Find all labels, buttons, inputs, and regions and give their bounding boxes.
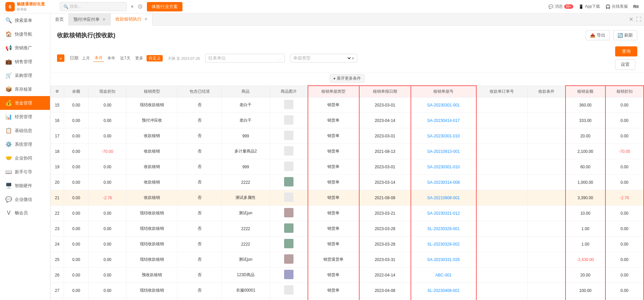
from-unit-dots[interactable]: ... xyxy=(276,56,282,61)
sidebar-item-basic[interactable]: 📋 基础信息 xyxy=(0,124,50,137)
filter-toggle-btn[interactable]: » xyxy=(57,54,64,62)
app-download-item[interactable]: 📱 App下载 xyxy=(579,4,600,9)
table-row: 18 0.00 -70.00 收款核销 否 多计量商品2 销货单 2021-08… xyxy=(51,144,644,159)
cancel-bill-link[interactable]: SA-20230321-012 xyxy=(427,211,460,216)
cancel-bill-link[interactable]: SA-20230331-026 xyxy=(427,257,460,262)
th-cancel-bill-type: 核销单据类型 xyxy=(308,86,360,97)
cancel-bill-link[interactable]: SL-20230408-001 xyxy=(427,288,460,293)
sidebar-item-search[interactable]: 🔍 搜索菜单 xyxy=(0,13,50,27)
tab-home[interactable]: 首页 xyxy=(50,13,69,26)
tab-prepay-close[interactable]: ✕ xyxy=(102,17,106,22)
sidebar-item-member[interactable]: V 畅会员 xyxy=(0,206,50,220)
td-cancel-bill-no[interactable]: SL-20230408-001 xyxy=(411,283,476,298)
td-receipt-cond xyxy=(527,221,566,237)
logo-title: 畅捷通谱好生意 xyxy=(17,1,45,7)
setting-btn[interactable]: 设置 xyxy=(615,59,635,70)
cancel-bill-link[interactable]: SL-20230328-002 xyxy=(427,242,460,247)
td-goods-img xyxy=(270,267,308,283)
date-opt-7days[interactable]: 近7天 xyxy=(119,55,132,62)
sidebar-item-collab[interactable]: 🤝 企业协同 xyxy=(0,151,50,165)
td-cancel-bill-no[interactable]: SA-20230301-001 xyxy=(411,97,476,113)
top-search-box[interactable]: 🔍 搜索... xyxy=(60,2,127,11)
cancel-bill-link[interactable]: SA-20230414-017 xyxy=(427,118,460,123)
query-btn[interactable]: 查询 xyxy=(615,46,637,56)
notification-item[interactable]: 💬 消息 99+ xyxy=(548,4,573,9)
sidebar-item-operation[interactable]: 📊 经营管理 xyxy=(0,110,50,124)
td-cash-discount: -70.00 xyxy=(89,144,126,159)
bill-type-select[interactable] xyxy=(311,55,352,61)
td-cancel-bill-no[interactable]: ABC-001 xyxy=(411,267,476,283)
logo-sub: 标准版 xyxy=(17,7,45,12)
td-cancel-bill-no[interactable]: SL-20230328-001 xyxy=(411,221,476,237)
sidebar-item-system[interactable]: ⚙️ 系统管理 xyxy=(0,137,50,151)
td-id: 17 xyxy=(51,128,64,144)
td-goods: 999 xyxy=(222,128,270,144)
td-cancel-bill-no[interactable]: SL-20230418-001 xyxy=(411,298,476,300)
sidebar-item-guide[interactable]: 📖 新手引导 xyxy=(0,165,50,179)
td-cancel-amount: -2,430.00 xyxy=(566,252,605,267)
cancel-bill-link[interactable]: ABC-001 xyxy=(435,273,452,277)
date-opt-this-month[interactable]: 本月 xyxy=(93,54,104,62)
td-cancel-bill-no[interactable]: SA-20230414-017 xyxy=(411,113,476,128)
td-cancel-bill-no[interactable]: SA-20230301-010 xyxy=(411,128,476,144)
sidebar-item-inventory[interactable]: 📦 库存核算 xyxy=(0,82,50,96)
td-cancel-bill-no[interactable]: SA-20230314-008 xyxy=(411,175,476,190)
table-row: 15 0.00 0.00 现结收款核销 否 老白干 销货单 2023-03-01… xyxy=(51,97,644,113)
td-cancel-bill-no[interactable]: SL-20230328-002 xyxy=(411,237,476,252)
maximize-icon[interactable]: ⛶ xyxy=(636,16,641,23)
cancel-bill-link[interactable]: SA-20230301-001 xyxy=(427,103,460,108)
sidebar-label-member: 畅会员 xyxy=(15,210,28,216)
sidebar-item-wechat[interactable]: 💬 企业微信 xyxy=(0,192,50,206)
td-cancel-amount: 100.00 xyxy=(566,283,605,298)
td-receipt-order-no xyxy=(476,267,528,283)
online-service-item[interactable]: 🎧 在线客服 xyxy=(605,4,628,9)
td-cancel-bill-no[interactable]: SA-20230331-026 xyxy=(411,252,476,267)
td-balance: 0.00 xyxy=(64,237,89,252)
cancel-bill-link[interactable]: SA-20230314-008 xyxy=(427,180,460,185)
tab-prepay[interactable]: 预付冲应付单 ✕ xyxy=(69,13,111,26)
table-row: 24 0.00 0.00 现结收款核销 否 2222 销货单 2023-03-2… xyxy=(51,237,644,252)
td-receipt-order-no xyxy=(476,159,528,175)
cancel-bill-link[interactable]: SA-20210808-001 xyxy=(427,196,460,200)
tab-collection[interactable]: 收款核销执行 ✕ xyxy=(111,13,153,26)
from-unit-input[interactable] xyxy=(226,56,276,60)
td-cancel-bill-date: 2023-03-01 xyxy=(359,97,411,113)
td-include-settled: 否 xyxy=(177,113,222,128)
cancel-bill-link[interactable]: SA-20230301-010 xyxy=(427,134,460,138)
date-custom-btn[interactable]: 自定义 xyxy=(147,55,163,61)
export-btn[interactable]: 📤 导出 xyxy=(586,30,610,40)
industry-btn[interactable]: 体验行业方案 xyxy=(147,2,182,11)
td-cancel-bill-no[interactable]: SA-20230301-010 xyxy=(411,159,476,175)
date-opt-more[interactable]: 更多 xyxy=(134,55,145,62)
td-cash-discount: 0.00 xyxy=(89,252,126,267)
cancel-bill-link[interactable]: SA-20230301-010 xyxy=(427,165,460,169)
sidebar-item-sales[interactable]: 💼 销售管理 xyxy=(0,55,50,69)
td-cancel-bill-no[interactable]: SA-20230321-012 xyxy=(411,206,476,221)
td-receipt-cond xyxy=(527,298,566,300)
dropdown-arrow[interactable]: ▾ xyxy=(131,3,133,10)
tab-collection-close[interactable]: ✕ xyxy=(144,17,148,22)
close-window-icon[interactable]: ✕ xyxy=(629,16,633,23)
settings-icon-top[interactable]: ⚙ xyxy=(138,3,143,10)
date-opt-last-month[interactable]: 上月 xyxy=(80,55,91,62)
cancel-bill-link[interactable]: SL-20230328-001 xyxy=(427,226,460,231)
th-include-settled: 包含已结清 xyxy=(177,86,222,97)
sidebar-item-hardware[interactable]: 🖥️ 智能硬件 xyxy=(0,179,50,192)
user-name[interactable]: Rit xyxy=(633,4,639,9)
td-cancel-bill-no[interactable]: SA-20210808-001 xyxy=(411,190,476,206)
td-goods-img xyxy=(270,113,308,128)
sidebar-item-purchase[interactable]: 🛒 采购管理 xyxy=(0,69,50,82)
sidebar-item-finance[interactable]: 💰 资金管理 xyxy=(0,96,50,110)
page-actions: 📤 导出 🔄 刷新 xyxy=(586,30,637,40)
cancel-bill-link[interactable]: SA-20210813-001 xyxy=(427,149,460,154)
refresh-btn[interactable]: 🔄 刷新 xyxy=(613,30,637,40)
th-settings[interactable]: ⚙ xyxy=(51,86,64,97)
td-cancel-discount: 0.00 xyxy=(605,221,644,237)
date-opt-this-year[interactable]: 本年 xyxy=(106,55,117,62)
sidebar-item-nav[interactable]: 🏠 快捷导航 xyxy=(0,27,50,41)
td-cancel-bill-no[interactable]: SA-20210813-001 xyxy=(411,144,476,159)
sidebar-item-marketing[interactable]: 📢 营销推广 xyxy=(0,41,50,55)
basic-icon: 📋 xyxy=(5,127,12,134)
td-cancel-bill-type: 销货退货单 xyxy=(308,252,360,267)
expand-more-btn[interactable]: ▾ 展开更多条件 xyxy=(330,74,365,83)
